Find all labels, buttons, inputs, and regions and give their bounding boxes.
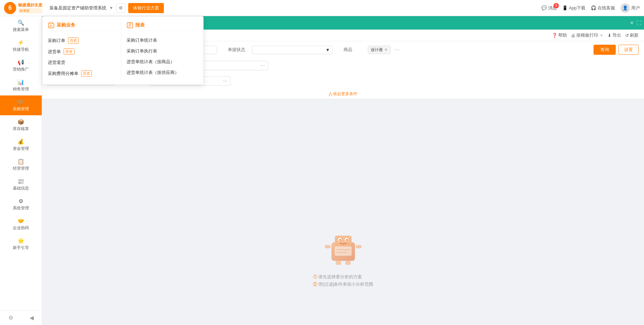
purchase-section: 采购业务 采购订单 历史 进货单 历史 进货退货 [48,30,119,79]
sidebar-item-cooperation[interactable]: 🤝 企业协同 [0,214,42,234]
guide-icon: 🌟 [17,238,24,244]
sidebar-item-operations[interactable]: 📋 经营管理 [0,155,42,175]
purchase-section-title: 采购业务 [48,30,119,31]
print-dropdown-icon[interactable]: ▼ [599,33,604,38]
cooperation-icon: 🤝 [17,218,24,224]
bill-status-select[interactable]: ▼ [252,46,333,54]
svg-rect-7 [356,245,362,248]
messages-button[interactable]: 💬 消息 9 [541,5,557,11]
tab-close-all-icon[interactable]: ✕ [630,20,634,26]
empty-text: ① 请先选择要分析的方案 ② 用[过滤]条件来缩小分析范围 [313,273,373,289]
print-btn[interactable]: 🖨 按模板打印 ▼ [571,32,604,38]
menu-item-purchase-order[interactable]: 采购订单 历史 [48,35,119,46]
tab-bar-right: ✕ ⛶ [630,20,644,26]
app-download-button[interactable]: 📱 App下载 [562,5,585,11]
inventory-icon: 📦 [17,119,24,125]
sidebar-label-basic-info: 基础信息 [13,186,29,191]
purchase-icon: 🛒 [17,99,24,105]
system-icon: ⚙ [19,198,23,204]
top-bar: 6 畅捷通好生意 标准版 装备及固定资产辅助管理系统 ▼ ⚙ 体验行业方案 💬 … [0,0,644,16]
receipt-stat-supplier-label: 进货单统计表（按供应商） [127,70,179,76]
sidebar-label-inventory: 库存核算 [13,126,29,132]
report-section-title: 报表 [127,30,198,31]
finance-icon: 💰 [17,138,24,145]
export-btn[interactable]: ⬇ 导出 [608,32,621,38]
sidebar-label-system: 系统管理 [13,205,29,211]
svg-point-4 [339,239,341,241]
empty-state: ① 请先选择要分析的方案 ② 用[过滤]条件来缩小分析范围 [42,99,644,325]
main-content: ❓ 帮助 🖨 按模板打印 ▼ ⬇ 导出 [42,30,644,325]
sidebar-label-quick-nav: 快捷导航 [13,47,29,52]
sidebar-item-basic-info[interactable]: 📰 基础信息 [0,175,42,195]
sidebar-item-finance[interactable]: 💰 资金管理 [0,135,42,155]
sidebar-item-system[interactable]: ⚙ 系统管理 [0,195,42,214]
trial-button[interactable]: 体验行业方案 [128,3,164,13]
basic-info-icon: 📰 [17,178,24,185]
bill-status-dropdown-icon: ▼ [325,47,330,52]
sidebar-label-purchase: 采购管理 [13,106,29,112]
settings-button[interactable]: 设置 [618,45,639,55]
sidebar-item-inventory[interactable]: 📦 库存核算 [0,115,42,135]
menu-item-purchase-receipt[interactable]: 进货单 历史 [48,46,119,57]
quick-nav-icon: ⚡ [17,39,24,46]
main-layout: 🔍 搜索菜单 ⚡ 快捷导航 📢 营销推广 📊 销售管理 🛒 采购管理 📦 [0,16,644,325]
sales-icon: 📊 [17,79,24,85]
sidebar: 🔍 搜索菜单 ⚡ 快捷导航 📢 营销推广 📊 销售管理 🛒 采购管理 📦 [0,16,42,325]
goods-tag: 设计善 ✕ [368,46,391,54]
purchase-return-label: 进货退货 [48,59,65,66]
menu-item-purchase-return[interactable]: 进货退货 [48,57,119,68]
menu-item-purchase-expense[interactable]: 采购费用分摊单 历史 [48,68,119,79]
menu-item-receipt-stat-goods[interactable]: 进货单统计表（按商品） [127,56,198,67]
tab-fullscreen-icon[interactable]: ⛶ [637,20,641,26]
menu-item-order-exec[interactable]: 采购订单执行表 [127,46,198,56]
query-actions: 查询 设置 [594,45,639,55]
content-area: 首页 销售排行榜 ✕ ✕ ⛶ [42,16,644,325]
sidebar-item-quick-nav[interactable]: ⚡ 快捷导航 [0,36,42,56]
goods-label: 商品 [344,47,364,53]
collapse-row: ⋀ 收起更多条件 [42,89,644,99]
operations-icon: 📋 [17,158,24,165]
refresh-icon: ↺ [625,33,629,38]
purchase-receipt-label: 进货单 [48,49,61,55]
system-title-dropdown[interactable]: ▼ [109,5,113,10]
print-icon: 🖨 [571,33,575,38]
sidebar-bottom: ⚙ ◀ [0,310,42,325]
settings-icon[interactable]: ⚙ [116,3,126,13]
empty-tip-1: ① 请先选择要分析的方案 [313,274,373,280]
refresh-btn[interactable]: ↺ 刷新 [625,32,639,38]
sidebar-label-cooperation: 企业协同 [13,225,29,231]
menu-item-order-stat[interactable]: 采购订单统计表 [127,35,198,46]
sidebar-item-purchase[interactable]: 🛒 采购管理 [0,95,42,115]
sidebar-item-search[interactable]: 🔍 搜索菜单 [0,16,42,36]
user-avatar: 👤 [620,3,630,13]
system-title-area: 装备及固定资产辅助管理系统 ▼ ⚙ 体验行业方案 [46,3,541,13]
purchase-order-label: 采购订单 [48,38,65,44]
phone-icon: 📱 [562,5,568,10]
online-service-button[interactable]: 🎧 在线客服 [591,5,615,11]
headset-icon: 🎧 [591,5,596,10]
sidebar-settings-btn[interactable]: ⚙ [7,313,14,322]
order-exec-label: 采购订单执行表 [127,48,157,54]
sidebar-item-marketing[interactable]: 📢 营销推广 [0,56,42,76]
system-title: 装备及固定资产辅助管理系统 [49,5,106,11]
goods-tag-close[interactable]: ✕ [384,47,388,52]
query-button[interactable]: 查询 [594,45,616,55]
sidebar-collapse-btn[interactable]: ◀ [28,313,35,322]
collapse-btn[interactable]: ⋀ 收起更多条件 [329,91,357,97]
svg-rect-12 [345,261,351,265]
empty-tip-2: ② 用[过滤]条件来缩小分析范围 [313,281,373,287]
order-stat-label: 采购订单统计表 [127,37,157,43]
help-btn[interactable]: ❓ 帮助 [552,32,567,38]
sidebar-item-guide[interactable]: 🌟 新手引导 [0,234,42,254]
svg-rect-6 [325,245,331,248]
svg-rect-8 [335,246,352,256]
sidebar-label-marketing: 营销推广 [13,67,29,72]
sidebar-item-sales[interactable]: 📊 销售管理 [0,76,42,95]
menu-item-receipt-stat-supplier[interactable]: 进货单统计表（按供应商） [127,67,198,78]
empty-state-icon [323,232,363,266]
user-menu[interactable]: 👤 用户 [620,3,640,13]
goods-more-btn[interactable]: ··· [395,47,399,53]
sidebar-label-guide: 新手引导 [13,245,29,251]
goods-tag-text: 设计善 [371,47,383,53]
message-icon: 💬 [541,5,547,10]
